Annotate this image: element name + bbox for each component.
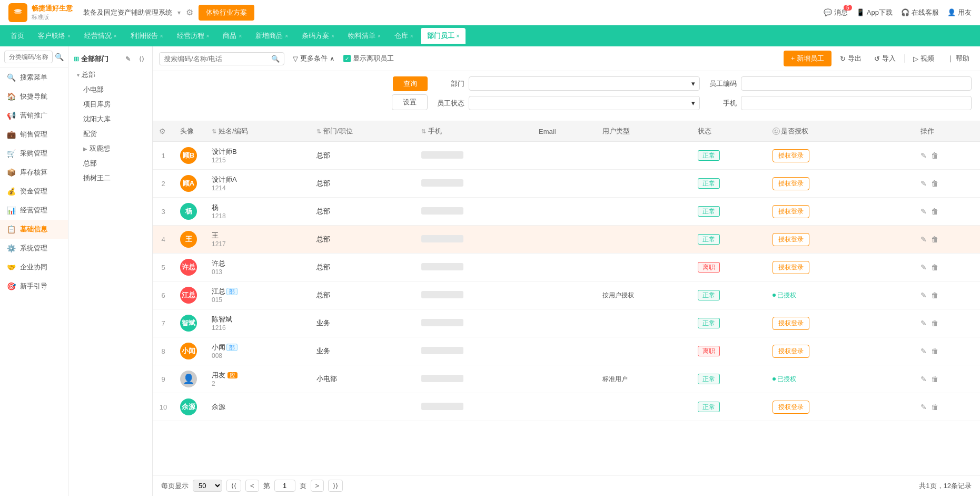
sidebar-item-新手引导[interactable]: 🎯 新手引导 xyxy=(0,277,68,296)
setup-button[interactable]: 设置 xyxy=(392,94,428,110)
edit-button[interactable]: ✎ xyxy=(920,263,927,271)
delete-button[interactable]: 🗑 xyxy=(931,319,938,327)
nav-tab-close-icon[interactable]: × xyxy=(114,33,117,39)
dept-node-xiangmu[interactable]: 项目库房 xyxy=(75,97,152,112)
auth-login-button[interactable]: 授权登录 xyxy=(773,317,809,330)
delete-button[interactable]: 🗑 xyxy=(931,291,938,299)
auth-login-button[interactable]: 授权登录 xyxy=(773,149,809,162)
sidebar-item-销售管理[interactable]: 💼 销售管理 xyxy=(0,125,68,144)
next-page-button[interactable]: > xyxy=(311,480,324,492)
title-arrow-icon[interactable]: ▾ xyxy=(177,9,181,16)
delete-button[interactable]: 🗑 xyxy=(931,207,938,216)
delete-button[interactable]: 🗑 xyxy=(931,347,938,355)
import-button[interactable]: ↺ 导入 xyxy=(870,52,900,65)
delete-button[interactable]: 🗑 xyxy=(931,151,938,160)
nav-tab-close-icon[interactable]: × xyxy=(378,33,381,39)
nav-tab-close-icon[interactable]: × xyxy=(160,33,163,39)
sidebar-item-企业协同[interactable]: 🤝 企业协同 xyxy=(0,258,68,277)
first-page-button[interactable]: ⟨⟨ xyxy=(226,480,241,492)
dept-node-chaoshu[interactable]: 插树王二 xyxy=(75,171,152,186)
dept-node-xiaodianbu[interactable]: 小电部 xyxy=(75,82,152,97)
dept-tree-edit-icon[interactable]: ✎ xyxy=(123,54,133,64)
auth-login-button[interactable]: 授权登录 xyxy=(773,233,809,246)
nav-tab-close-icon[interactable]: × xyxy=(67,33,71,39)
show-resigned-toggle[interactable]: ✓ 显示离职员工 xyxy=(343,54,394,63)
auth-login-button[interactable]: 授权登录 xyxy=(773,345,809,358)
nav-tab-close-icon[interactable]: × xyxy=(206,33,210,39)
prev-page-button[interactable]: < xyxy=(245,480,259,492)
nav-tab-客户联络[interactable]: 客户联络× xyxy=(32,28,77,44)
nav-tab-利润报告[interactable]: 利润报告× xyxy=(124,28,170,44)
phone-input[interactable] xyxy=(741,96,972,110)
sidebar-search-input[interactable] xyxy=(4,51,53,63)
dept-node-shuanglu[interactable]: ▶ 双鹿想 xyxy=(75,141,152,156)
online-service-button[interactable]: 🎧 在线客服 xyxy=(901,8,939,17)
phone-sort-icon[interactable]: ⇅ xyxy=(421,128,426,135)
per-page-select[interactable]: 50 100 200 xyxy=(193,480,222,492)
nav-tab-close-icon[interactable]: × xyxy=(285,33,288,39)
nav-tab-首页[interactable]: 首页 xyxy=(4,28,31,44)
edit-button[interactable]: ✎ xyxy=(920,403,927,411)
edit-button[interactable]: ✎ xyxy=(920,347,927,355)
sidebar-item-资金管理[interactable]: 💰 资金管理 xyxy=(0,182,68,201)
nav-tab-close-icon[interactable]: × xyxy=(239,33,242,39)
status-select[interactable]: ▾ xyxy=(469,96,699,110)
nav-tab-经营历程[interactable]: 经营历程× xyxy=(171,28,216,44)
trial-button[interactable]: 体验行业方案 xyxy=(199,5,254,21)
auth-login-button[interactable]: 授权登录 xyxy=(773,177,809,190)
delete-button[interactable]: 🗑 xyxy=(931,263,938,271)
sidebar-item-快捷导航[interactable]: 🏠 快捷导航 xyxy=(0,87,68,106)
edit-button[interactable]: ✎ xyxy=(920,151,927,160)
delete-button[interactable]: 🗑 xyxy=(931,235,938,244)
auth-login-button[interactable]: 授权登录 xyxy=(773,401,809,414)
search-input[interactable] xyxy=(164,55,269,63)
delete-button[interactable]: 🗑 xyxy=(931,179,938,188)
dept-node-zongbu[interactable]: 总部 xyxy=(75,156,152,171)
gear-icon[interactable]: ⚙ xyxy=(186,7,193,17)
nav-tab-新增商品[interactable]: 新增商品× xyxy=(249,28,294,44)
nav-tab-商品[interactable]: 商品× xyxy=(216,28,248,44)
nav-tab-经营情况[interactable]: 经营情况× xyxy=(78,28,123,44)
dept-node-peihuo[interactable]: 配货 xyxy=(75,127,152,141)
dept-node-zongbu-parent[interactable]: ▾ 总部 xyxy=(68,67,152,82)
edit-button[interactable]: ✎ xyxy=(920,319,927,327)
nav-tab-仓库[interactable]: 仓库× xyxy=(388,28,420,44)
user-button[interactable]: 👤 用友 xyxy=(947,8,972,17)
app-download-button[interactable]: 📱 App下载 xyxy=(856,8,893,17)
nav-tab-close-icon[interactable]: × xyxy=(457,33,460,39)
edit-button[interactable]: ✎ xyxy=(920,291,927,299)
sidebar-item-库存核算[interactable]: 📦 库存核算 xyxy=(0,163,68,182)
nav-tab-close-icon[interactable]: × xyxy=(410,33,413,39)
dept-tree-collapse-icon[interactable]: ⟨⟩ xyxy=(136,54,147,64)
dept-node-shenyang[interactable]: 沈阳大库 xyxy=(75,112,152,127)
add-employee-button[interactable]: + 新增员工 xyxy=(784,51,831,66)
edit-button[interactable]: ✎ xyxy=(920,375,927,383)
help-button[interactable]: ｜ 帮助 xyxy=(943,52,974,65)
sidebar-item-采购管理[interactable]: 🛒 采购管理 xyxy=(0,144,68,163)
empcode-input[interactable] xyxy=(741,76,972,91)
message-button[interactable]: 💬 消息 5 xyxy=(824,8,848,17)
sort-icon[interactable]: ⇅ xyxy=(212,128,216,135)
auth-login-button[interactable]: 授权登录 xyxy=(773,261,809,274)
dept-select[interactable]: ▾ xyxy=(469,76,699,91)
sidebar-item-系统管理[interactable]: ⚙️ 系统管理 xyxy=(0,239,68,258)
nav-tab-物料清单[interactable]: 物料清单× xyxy=(342,28,387,44)
auth-login-button[interactable]: 授权登录 xyxy=(773,205,809,218)
query-button[interactable]: 查询 xyxy=(393,76,428,91)
video-button[interactable]: ▷ 视频 xyxy=(909,52,938,65)
delete-button[interactable]: 🗑 xyxy=(931,375,938,383)
edit-button[interactable]: ✎ xyxy=(920,179,927,188)
sidebar-item-营销推广[interactable]: 📢 营销推广 xyxy=(0,106,68,125)
export-button[interactable]: ↻ 导出 xyxy=(836,52,866,65)
sidebar-item-经营管理[interactable]: 📊 经营管理 xyxy=(0,201,68,220)
nav-tab-close-icon[interactable]: × xyxy=(331,33,334,39)
last-page-button[interactable]: ⟩⟩ xyxy=(328,480,343,492)
page-input[interactable] xyxy=(274,480,295,492)
edit-button[interactable]: ✎ xyxy=(920,235,927,244)
delete-button[interactable]: 🗑 xyxy=(931,403,938,411)
more-filter-button[interactable]: ▽ 更多条件 ∧ xyxy=(289,52,339,65)
dept-sort-icon[interactable]: ⇅ xyxy=(316,128,321,135)
sidebar-item-基础信息[interactable]: 📋 基础信息 xyxy=(0,220,68,239)
edit-button[interactable]: ✎ xyxy=(920,207,927,216)
sidebar-item-搜索菜单[interactable]: 🔍 搜索菜单 xyxy=(0,68,68,87)
